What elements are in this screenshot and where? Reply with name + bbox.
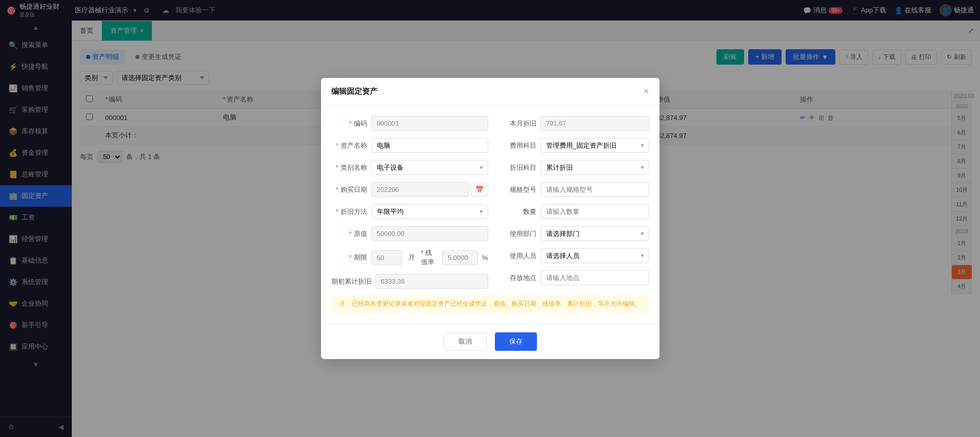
modal-title: 编辑固定资产 — [331, 87, 377, 96]
form-row-depreciation-method: * 折旧方法 年限平均 ▼ — [331, 204, 488, 219]
modal-overlay: 编辑固定资产 × * 编码 * 资产名称 — [0, 0, 980, 437]
period-unit: 月 — [408, 253, 415, 262]
residual-rate-input[interactable] — [442, 250, 478, 265]
modal-close-btn[interactable]: × — [644, 86, 649, 97]
original-value-input[interactable] — [371, 226, 488, 241]
depreciation-account-select[interactable]: 累计折旧 — [541, 160, 649, 175]
purchase-date-label: * 购买日期 — [331, 185, 367, 194]
expense-account-select-wrap: 管理费用_固定资产折旧 ▼ — [541, 138, 649, 153]
user-select-wrap: 请选择人员 ▼ — [541, 248, 649, 263]
department-select-wrap: 请选择部门 ▼ — [541, 226, 649, 241]
original-value-label: * 原值 — [331, 229, 367, 239]
form-row-department: 使用部门 请选择部门 ▼ — [501, 226, 649, 241]
user-label: 使用人员 — [501, 251, 536, 261]
spec-model-input[interactable] — [541, 182, 649, 197]
monthly-depreciation-input — [541, 116, 649, 131]
location-label: 存放地点 — [501, 273, 536, 283]
residual-rate-unit: % — [482, 254, 488, 262]
form-right: 本月折旧 费用科目 管理费用_固定资产折旧 ▼ — [501, 116, 649, 289]
depreciation-method-select[interactable]: 年限平均 — [371, 204, 488, 219]
modal-header: 编辑固定资产 × — [321, 78, 659, 106]
form-row-asset-name: * 资产名称 — [331, 138, 488, 153]
purchase-date-input[interactable] — [371, 182, 469, 197]
cancel-button[interactable]: 取消 — [444, 332, 487, 351]
form-note: 注：已经存在变更记录或者对应固定资产已经生成凭证，原值、购买日期、残值率、累计折… — [331, 295, 649, 313]
purchase-date-row: 📅 — [371, 182, 488, 197]
modal-footer: 取消 保存 — [321, 324, 659, 359]
expense-account-label: 费用科目 — [501, 141, 536, 150]
category-select-wrap: 电子设备 ▼ — [371, 160, 488, 175]
depreciation-method-label: * 折旧方法 — [331, 207, 367, 216]
depreciation-method-select-wrap: 年限平均 ▼ — [371, 204, 488, 219]
initial-accumulated-label: 期初累计折旧 — [331, 277, 371, 286]
form-grid: * 编码 * 资产名称 * 类别名称 电子设备 — [331, 116, 649, 289]
code-input[interactable] — [371, 116, 488, 131]
asset-name-label: * 资产名称 — [331, 141, 367, 150]
department-select[interactable]: 请选择部门 — [541, 226, 649, 241]
quantity-input[interactable] — [541, 204, 649, 219]
form-row-original-value: * 原值 — [331, 226, 488, 241]
code-label: * 编码 — [331, 119, 367, 128]
user-select[interactable]: 请选择人员 — [541, 248, 649, 263]
form-row-code: * 编码 — [331, 116, 488, 131]
initial-accumulated-input[interactable] — [375, 274, 488, 289]
form-row-spec-model: 规格型号 — [501, 182, 649, 197]
form-row-period: * 期限 月 * 残值率 % — [331, 248, 488, 267]
form-row-quantity: 数量 — [501, 204, 649, 219]
asset-name-input[interactable] — [371, 138, 488, 153]
form-row-category: * 类别名称 电子设备 ▼ — [331, 160, 488, 175]
form-row-monthly-depreciation: 本月折旧 — [501, 116, 649, 131]
form-row-purchase-date: * 购买日期 📅 — [331, 182, 488, 197]
spec-model-label: 规格型号 — [501, 185, 536, 194]
department-label: 使用部门 — [501, 229, 536, 239]
form-row-user: 使用人员 请选择人员 ▼ — [501, 248, 649, 263]
depreciation-account-select-wrap: 累计折旧 ▼ — [541, 160, 649, 175]
depreciation-account-label: 折旧科目 — [501, 163, 536, 172]
period-label: * 期限 — [331, 253, 367, 262]
quantity-label: 数量 — [501, 207, 536, 216]
save-button[interactable]: 保存 — [495, 332, 537, 351]
category-select[interactable]: 电子设备 — [371, 160, 488, 175]
category-label: * 类别名称 — [331, 163, 367, 172]
form-row-depreciation-account: 折旧科目 累计折旧 ▼ — [501, 160, 649, 175]
form-row-initial-accumulated: 期初累计折旧 — [331, 274, 488, 289]
residual-rate-label: * 残值率 — [421, 248, 438, 267]
edit-asset-modal: 编辑固定资产 × * 编码 * 资产名称 — [321, 78, 659, 359]
expense-account-select[interactable]: 管理费用_固定资产折旧 — [541, 138, 649, 153]
period-input[interactable] — [371, 250, 402, 265]
monthly-depreciation-label: 本月折旧 — [501, 119, 536, 128]
form-row-location: 存放地点 — [501, 270, 649, 285]
form-row-expense-account: 费用科目 管理费用_固定资产折旧 ▼ — [501, 138, 649, 153]
form-left: * 编码 * 资产名称 * 类别名称 电子设备 — [331, 116, 488, 289]
calendar-icon[interactable]: 📅 — [471, 183, 488, 196]
location-input[interactable] — [541, 270, 649, 285]
modal-body: * 编码 * 资产名称 * 类别名称 电子设备 — [321, 106, 659, 323]
